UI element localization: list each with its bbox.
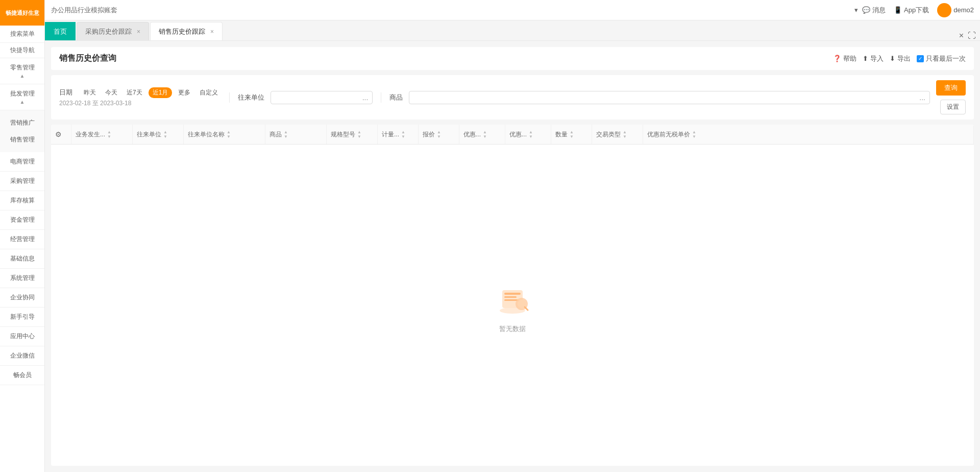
sidebar-item-guide[interactable]: 新手引导 [0, 308, 44, 327]
from-unit-input[interactable]: ... [271, 91, 373, 104]
sidebar-item-basic[interactable]: 基础信息 [0, 249, 44, 269]
sidebar-search[interactable]: 搜索菜单 [0, 26, 44, 43]
sidebar-item-label: 零售管理 [10, 63, 35, 72]
close-window-button[interactable]: × [959, 31, 964, 40]
query-button[interactable]: 查询 [936, 80, 966, 96]
th-trade-type[interactable]: 交易类型 ▲▼ [592, 125, 643, 144]
th-discount2[interactable]: 优惠... ▲▼ [505, 125, 551, 144]
sort-icon[interactable]: ▲▼ [529, 130, 533, 139]
tab-home[interactable]: 首页 [45, 22, 76, 40]
sidebar-item-label: 企业协同 [10, 293, 35, 302]
from-unit-label: 往来单位 [238, 93, 264, 102]
filter-area: 日期 昨天 今天 近7天 近1月 更多 自定义 2023-02-18 至 202… [51, 75, 974, 120]
app-download-label: App下载 [904, 6, 929, 15]
sidebar-item-label: 基础信息 [10, 254, 35, 263]
date-option-1month[interactable]: 近1月 [149, 87, 173, 98]
date-option-more[interactable]: 更多 [175, 87, 193, 98]
th-business-date[interactable]: 业务发生... ▲▼ [71, 125, 133, 144]
sidebar-item-retail[interactable]: 零售管理 ▲ [0, 58, 44, 84]
th-label: 往来单位名称 [188, 130, 225, 139]
tabs-bar: 首页 采购历史价跟踪 × 销售历史价跟踪 × × ⛶ [45, 20, 980, 41]
sidebar-item-label: 库存核算 [10, 196, 35, 205]
date-range-display: 2023-02-18 至 2023-03-18 [59, 99, 221, 108]
date-option-yesterday[interactable]: 昨天 [81, 87, 99, 98]
workspace-dropdown[interactable]: ▾ [854, 6, 858, 14]
sort-icon[interactable]: ▲▼ [570, 130, 574, 139]
user-avatar[interactable]: demo2 [937, 3, 974, 17]
th-product[interactable]: 商品 ▲▼ [265, 125, 327, 144]
th-partner-name[interactable]: 往来单位名称 ▲▼ [184, 125, 265, 144]
sort-icon[interactable]: ▲▼ [357, 130, 361, 139]
th-unit[interactable]: 计量... ▲▼ [378, 125, 419, 144]
date-option-today[interactable]: 今天 [102, 87, 120, 98]
sidebar-quicknav[interactable]: 快捷导航 [0, 43, 44, 58]
date-filter-block: 日期 昨天 今天 近7天 近1月 更多 自定义 2023-02-18 至 202… [59, 87, 221, 108]
product-picker-icon[interactable]: ... [919, 93, 925, 102]
import-button[interactable]: ⬆ 导入 [863, 54, 884, 63]
logo: 畅捷通好生意 [0, 0, 44, 26]
sidebar-item-finance[interactable]: 资金管理 [0, 210, 44, 230]
sort-icon[interactable]: ▲▼ [163, 130, 167, 139]
message-button[interactable]: 💬 消息 [862, 6, 886, 15]
th-pretax-price[interactable]: 优惠前无税单价 ▲▼ [643, 125, 974, 144]
from-unit-picker-icon[interactable]: ... [362, 93, 369, 102]
gear-icon[interactable]: ⚙ [55, 130, 62, 138]
sort-icon[interactable]: ▲▼ [437, 130, 441, 139]
svg-line-7 [525, 307, 528, 310]
date-option-7days[interactable]: 近7天 [124, 87, 145, 98]
date-options: 昨天 今天 近7天 近1月 更多 自定义 [81, 87, 221, 98]
settings-button[interactable]: 设置 [940, 100, 966, 114]
close-tab-purchase[interactable]: × [137, 28, 140, 35]
tab-home-label: 首页 [54, 27, 67, 36]
th-price[interactable]: 报价 ▲▼ [419, 125, 459, 144]
sort-icon[interactable]: ▲▼ [107, 130, 111, 139]
sort-icon[interactable]: ▲▼ [227, 130, 231, 139]
svg-rect-4 [504, 299, 519, 301]
sort-icon[interactable]: ▲▼ [284, 130, 288, 139]
th-settings[interactable]: ⚙ [51, 125, 71, 144]
sidebar-item-marketing[interactable]: 营销推广 [0, 114, 44, 131]
date-option-custom[interactable]: 自定义 [197, 87, 221, 98]
logo-text: 畅捷通好生意 [6, 9, 39, 16]
sort-icon[interactable]: ▲▼ [483, 130, 487, 139]
th-partner[interactable]: 往来单位 ▲▼ [133, 125, 184, 144]
sidebar-item-purchase[interactable]: 采购管理 [0, 172, 44, 191]
empty-text: 暂无数据 [499, 324, 526, 334]
sidebar-item-system[interactable]: 系统管理 [0, 269, 44, 288]
export-button[interactable]: ⬇ 导出 [890, 54, 911, 63]
import-icon: ⬆ [863, 55, 868, 62]
only-last-checkbox[interactable]: 只看最后一次 [917, 54, 966, 63]
tab-sales-history[interactable]: 销售历史价跟踪 × [150, 22, 223, 40]
sidebar: 畅捷通好生意 搜索菜单 快捷导航 零售管理 ▲ 批发管理 ▲ 营销推广 销售管理… [0, 0, 45, 472]
sidebar-item-appcenter[interactable]: 应用中心 [0, 327, 44, 346]
product-label: 商品 [389, 93, 403, 102]
th-label: 优惠... [463, 130, 481, 139]
tab-purchase-history[interactable]: 采购历史价跟踪 × [77, 22, 149, 40]
th-qty[interactable]: 数量 ▲▼ [551, 125, 592, 144]
sidebar-item-member[interactable]: 畅会员 [0, 366, 44, 385]
sidebar-item-sales[interactable]: 销售管理 [0, 131, 44, 148]
sidebar-item-ecommerce[interactable]: 电商管理 [0, 152, 44, 172]
help-button[interactable]: ❓ 帮助 [833, 54, 856, 63]
fullscreen-button[interactable]: ⛶ [968, 31, 976, 40]
sidebar-item-wholesale[interactable]: 批发管理 ▲ [0, 84, 44, 110]
svg-rect-2 [504, 293, 521, 295]
close-tab-sales[interactable]: × [210, 28, 214, 35]
tab-sales-label: 销售历史价跟踪 [159, 27, 205, 36]
sort-icon[interactable]: ▲▼ [401, 130, 405, 139]
sidebar-item-inventory[interactable]: 库存核算 [0, 191, 44, 210]
sort-icon[interactable]: ▲▼ [692, 130, 696, 139]
product-input[interactable]: ... [409, 91, 930, 104]
sidebar-item-operation[interactable]: 经营管理 [0, 230, 44, 249]
sidebar-item-label: 批发管理 [10, 89, 35, 98]
filter-buttons: 查询 设置 [936, 80, 966, 114]
app-download-button[interactable]: 📱 App下载 [894, 6, 929, 15]
sidebar-item-label: 系统管理 [10, 274, 35, 282]
sidebar-item-enterprise[interactable]: 企业协同 [0, 288, 44, 308]
sort-icon[interactable]: ▲▼ [623, 130, 627, 139]
export-icon: ⬇ [890, 55, 895, 62]
date-label: 日期 [59, 88, 72, 97]
sidebar-item-wechat[interactable]: 企业微信 [0, 346, 44, 366]
th-spec[interactable]: 规格型号 ▲▼ [327, 125, 378, 144]
th-discount1[interactable]: 优惠... ▲▼ [459, 125, 505, 144]
